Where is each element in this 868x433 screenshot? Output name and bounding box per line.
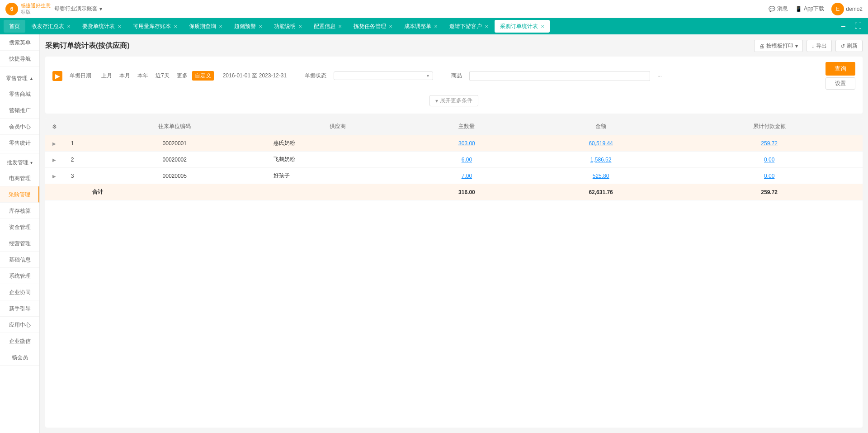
cell-amount[interactable]: 1,586.52: [526, 152, 676, 168]
th-index: [63, 118, 81, 135]
message-btn[interactable]: 💬 消息: [769, 5, 788, 13]
user-area[interactable]: E demo2: [831, 3, 863, 15]
sidebar-item-app-center[interactable]: 应用中心: [0, 317, 39, 333]
sidebar-item-enterprise[interactable]: 企业协同: [0, 284, 39, 300]
tab-purchase-summary[interactable]: 采购订单统计表 ✕: [495, 20, 550, 33]
sidebar-item-inventory[interactable]: 库存核算: [0, 203, 39, 219]
sidebar-item-purchase[interactable]: 采购管理: [0, 186, 39, 203]
query-button[interactable]: 查询: [826, 62, 855, 76]
close-icon[interactable]: ✕: [485, 24, 488, 29]
cell-expand[interactable]: ▶: [45, 168, 63, 184]
date-shortcuts: 上月 本月 本年 近7天 更多 自定义: [99, 71, 214, 81]
expand-icon: ▲: [29, 76, 34, 81]
close-icon[interactable]: ✕: [259, 24, 262, 29]
sidebar-quick-nav[interactable]: 快捷导航: [0, 51, 39, 67]
settings-button[interactable]: 设置: [826, 77, 855, 90]
sidebar-item-retail-stats[interactable]: 零售统计: [0, 135, 39, 151]
close-icon[interactable]: ✕: [541, 24, 544, 29]
cell-quantity[interactable]: 7.00: [408, 168, 526, 184]
date-shortcut-7days[interactable]: 近7天: [153, 71, 172, 81]
cell-quantity[interactable]: 6.00: [408, 152, 526, 168]
date-shortcut-this-year[interactable]: 本年: [135, 71, 151, 81]
breadcrumb-select[interactable]: 母婴行业演示账套 ▾: [54, 5, 102, 13]
sidebar-item-marketing[interactable]: 营销推广: [0, 102, 39, 119]
date-shortcut-this-month[interactable]: 本月: [117, 71, 133, 81]
filter-toggle-btn[interactable]: ▶: [52, 71, 62, 81]
sidebar-item-vip[interactable]: 畅会员: [0, 349, 39, 366]
sidebar-item-member[interactable]: 会员中心: [0, 119, 39, 135]
refresh-button[interactable]: ↺ 刷新: [835, 40, 863, 52]
cell-paid-amount[interactable]: 259.72: [676, 135, 863, 152]
sidebar-item-system[interactable]: 系统管理: [0, 268, 39, 284]
user-avatar: E: [831, 3, 844, 15]
sidebar-item-ops[interactable]: 经营管理: [0, 235, 39, 252]
sidebar-item-basic[interactable]: 基础信息: [0, 252, 39, 268]
date-shortcut-last-month[interactable]: 上月: [99, 71, 115, 81]
tab-overstock[interactable]: 超储预警 ✕: [229, 20, 268, 33]
cell-supplier-name: 飞鹤奶粉: [268, 152, 408, 168]
export-button[interactable]: ↓ 导出: [807, 40, 832, 52]
cell-expand[interactable]: ▶: [45, 135, 63, 152]
date-shortcut-more[interactable]: 更多: [174, 71, 190, 81]
th-settings[interactable]: ⚙: [45, 118, 63, 135]
sidebar-item-wechat[interactable]: 企业微信: [0, 333, 39, 349]
close-icon[interactable]: ✕: [338, 24, 342, 29]
cell-expand[interactable]: ▶: [45, 152, 63, 168]
tab-requisition[interactable]: 要货单统计表 ✕: [77, 20, 127, 33]
tab-warranty[interactable]: 保质期查询 ✕: [184, 20, 228, 33]
main-layout: 搜索英单 快捷导航 零售管理 ▲ 零售商城 营销推广 会员中心 零售统计 批发管…: [0, 34, 868, 433]
cell-paid-amount[interactable]: 0.00: [676, 152, 863, 168]
expand-more-button[interactable]: ▾ 展开更多条件: [429, 95, 478, 106]
table-row[interactable]: ▶ 3 00020005 好孩子 7.00 525.80 0.00: [45, 168, 863, 184]
close-icon[interactable]: ✕: [219, 24, 222, 29]
tab-func-desc[interactable]: 功能说明 ✕: [269, 20, 307, 33]
tab-pick-task[interactable]: 拣货任务管理 ✕: [348, 20, 398, 33]
cell-index: 3: [63, 168, 81, 184]
close-icon[interactable]: ✕: [434, 24, 438, 29]
sidebar-item-ecommerce[interactable]: 电商管理: [0, 170, 39, 186]
cell-amount[interactable]: 60,519.44: [526, 135, 676, 152]
cell-paid-amount[interactable]: 0.00: [676, 168, 863, 184]
print-arrow-icon: ▾: [795, 43, 798, 49]
close-icon[interactable]: ✕: [389, 24, 392, 29]
tab-cost-adjust[interactable]: 成本调整单 ✕: [399, 20, 443, 33]
table-row[interactable]: ▶ 2 00020002 飞鹤奶粉 6.00 1,586.52 0.00: [45, 152, 863, 168]
tab-available-stock[interactable]: 可用量库存账本 ✕: [127, 20, 183, 33]
sidebar-item-newbie[interactable]: 新手引导: [0, 300, 39, 317]
maximize-window-btn[interactable]: ⛶: [852, 21, 864, 31]
print-button[interactable]: 🖨 按模板打印 ▾: [754, 40, 803, 52]
close-icon[interactable]: ✕: [118, 24, 121, 29]
query-area: 查询 设置: [826, 62, 855, 90]
more-filters-icon[interactable]: ···: [657, 73, 662, 79]
cell-supplier-code: 00020005: [81, 168, 268, 184]
sidebar-item-wholesale[interactable]: 批发管理 ▾: [0, 155, 39, 170]
date-custom-badge[interactable]: 自定义: [192, 71, 214, 81]
tab-recv-send[interactable]: 收发存汇总表 ✕: [26, 20, 76, 33]
tab-config-info[interactable]: 配置信息 ✕: [308, 20, 347, 33]
logo-area: 6 畅捷通好生意 标版: [5, 3, 51, 15]
tab-invite-downstream[interactable]: 邀请下游客户 ✕: [444, 20, 494, 33]
goods-input[interactable]: [473, 73, 646, 79]
cell-index: 2: [63, 152, 81, 168]
app-download-btn[interactable]: 📱 App下载: [795, 5, 824, 13]
table-header-row: ⚙ 往来单位编码 供应商 主数量 金额 累计付款金额: [45, 118, 863, 135]
th-supplier-code: 往来单位编码: [81, 118, 268, 135]
sidebar-item-retail-mall[interactable]: 零售商城: [0, 86, 39, 102]
sidebar-item-finance[interactable]: 资金管理: [0, 219, 39, 235]
sidebar-item-retail[interactable]: 零售管理 ▲: [0, 71, 39, 86]
cell-amount[interactable]: 525.80: [526, 168, 676, 184]
status-select[interactable]: ▾: [334, 71, 433, 80]
close-icon[interactable]: ✕: [67, 24, 71, 29]
table-row[interactable]: ▶ 1 00020001 惠氏奶粉 303.00 60,519.44 259.7…: [45, 135, 863, 152]
close-icon[interactable]: ✕: [174, 24, 177, 29]
th-paid-amount: 累计付款金额: [676, 118, 863, 135]
filter-area: ▶ 单据日期 上月 本月 本年 近7天 更多 自定义 2016-01-01 至 …: [45, 57, 863, 114]
table-footer-row: 合计 316.00 62,631.76 259.72: [45, 184, 863, 200]
sidebar-search[interactable]: 搜索英单: [0, 34, 39, 51]
expand-icon: ▾: [30, 160, 33, 165]
sidebar-divider: [0, 69, 39, 69]
minimize-window-btn[interactable]: –: [839, 21, 848, 31]
close-icon[interactable]: ✕: [298, 24, 302, 29]
cell-quantity[interactable]: 303.00: [408, 135, 526, 152]
tab-home[interactable]: 首页: [4, 20, 25, 33]
